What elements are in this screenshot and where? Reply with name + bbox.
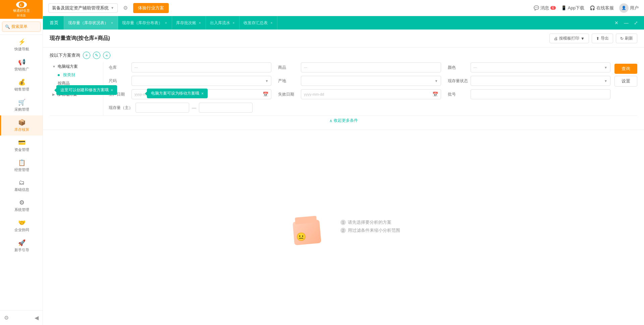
- tooltip2-close-button[interactable]: ×: [111, 88, 113, 93]
- sidebar-settings-button[interactable]: ⚙: [3, 313, 10, 322]
- sidebar-item-marketing[interactable]: 📢 营销推广: [0, 55, 43, 75]
- sidebar-item-finance[interactable]: 💳 资金管理: [0, 136, 43, 156]
- warehouse-select[interactable]: ···: [131, 62, 271, 72]
- user-item[interactable]: 👤 用户: [619, 3, 639, 13]
- scheme-item-by-category[interactable]: 按类别: [50, 71, 100, 79]
- tab-batch-ledger[interactable]: 库存批次账 ×: [172, 16, 206, 30]
- tab-close-recv-send-summary[interactable]: ×: [270, 21, 273, 25]
- sidebar-item-purchase[interactable]: 🛒 采购管理: [0, 95, 43, 115]
- goods-select[interactable]: ···: [301, 62, 441, 72]
- headset-icon: 🎧: [590, 5, 595, 10]
- sidebar-item-inventory[interactable]: 📦 库存核算: [0, 115, 43, 136]
- sidebar-item-label: 基础信息: [14, 187, 29, 192]
- query-button[interactable]: 查询: [614, 64, 637, 74]
- batch-no-input[interactable]: [471, 89, 610, 99]
- sidebar-item-enterprise[interactable]: 🤝 企业协同: [0, 216, 43, 236]
- filter-area: 按以下方案查询 + ✎ « 电脑方案可设为移动方案哦 × ▼ 电脑端方案: [43, 48, 644, 130]
- notification-label: 消息: [540, 5, 549, 11]
- color-select[interactable]: ··· ▼: [471, 62, 610, 72]
- tab-close-inventory-dist[interactable]: ×: [164, 21, 168, 25]
- scheme-panel: ▼ 电脑端方案 按类别 按商品 这里可以创建和修改方案哦 ×: [50, 62, 103, 115]
- sidebar-item-business[interactable]: 📋 经营管理: [0, 156, 43, 176]
- sidebar-item-guide[interactable]: 🚀 新手引导: [0, 236, 43, 256]
- filter-row-1: 仓库 ··· 商品 ···: [109, 62, 610, 72]
- sidebar-item-label: 销售管理: [14, 87, 29, 92]
- sidebar-item-label: 企业协同: [14, 227, 29, 232]
- tab-maximize-button[interactable]: ⤢: [632, 19, 640, 27]
- sidebar-item-label: 资金管理: [14, 147, 29, 152]
- tab-inventory-dist[interactable]: 现存量（库存分布表） ×: [118, 16, 172, 30]
- export-button[interactable]: ⬆ 导出: [592, 34, 613, 43]
- sidebar-item-label: 采购管理: [14, 107, 29, 112]
- stock-status-select[interactable]: ▼: [471, 76, 610, 86]
- inventory-icon: 📦: [18, 119, 25, 126]
- quick-nav-icon: ⚡: [18, 38, 25, 46]
- tab-inventory-status[interactable]: 现存量（库存状况表） ×: [64, 16, 118, 30]
- tab-minimize-button[interactable]: —: [622, 19, 631, 27]
- filter-row-4: 现存量（主） —: [109, 103, 610, 113]
- sidebar-collapse-button[interactable]: ◀: [33, 313, 40, 322]
- sidebar-item-system[interactable]: ⚙ 系统管理: [0, 196, 43, 216]
- refresh-button[interactable]: ↻ 刷新: [616, 34, 637, 43]
- collapse-arrow-icon: ▼: [52, 65, 56, 68]
- sidebar-item-sales[interactable]: 💰 销售管理: [0, 75, 43, 95]
- chevron-down-icon: ▼: [111, 6, 114, 10]
- tooltip-text: 电脑方案可设为移动方案哦: [151, 91, 199, 96]
- sales-icon: 💰: [18, 78, 25, 86]
- tab-close-all-button[interactable]: ✕: [612, 19, 621, 27]
- size-select[interactable]: ▼: [131, 76, 271, 86]
- content-area: 现存量查询(按仓库+商品) 🖨 按模板打印 ▼ ⬆ 导出 ↻ 刷新: [43, 30, 644, 325]
- sidebar: 6 畅通好生意 标准版 🔍 搜索菜单 ⚡ 快捷导航 📢 营销推广 💰 销售管理 …: [0, 0, 43, 325]
- expiry-date-placeholder: yyyy-mm-dd: [304, 92, 324, 96]
- chevron-down-icon: ▼: [581, 36, 585, 41]
- online-support-item[interactable]: 🎧 在线客服: [590, 5, 614, 11]
- tab-recv-send-summary[interactable]: 收发存汇总表 ×: [239, 16, 277, 30]
- back-scheme-button[interactable]: «: [103, 52, 110, 59]
- sidebar-item-label: 营销推广: [14, 67, 29, 72]
- page-actions: 🖨 按模板打印 ▼ ⬆ 导出 ↻ 刷新: [549, 34, 637, 43]
- phone-icon: 📱: [561, 5, 567, 10]
- print-button[interactable]: 🖨 按模板打印 ▼: [549, 34, 589, 43]
- origin-select[interactable]: ▼: [301, 76, 441, 86]
- origin-label: 产地: [278, 78, 298, 84]
- size-select-arrow-icon: ▼: [265, 79, 268, 83]
- query-settings-button[interactable]: 设置: [614, 76, 637, 87]
- sidebar-item-quick-nav[interactable]: ⚡ 快捷导航: [0, 35, 43, 55]
- sidebar-item-basic-info[interactable]: 🗂 基础信息: [0, 176, 43, 196]
- filter-origin: 产地 ▼: [278, 76, 441, 86]
- business-icon: 📋: [18, 159, 25, 166]
- search-icon: 🔍: [5, 24, 10, 29]
- tooltip1-close-button[interactable]: ×: [201, 91, 204, 96]
- logo-badge: 标准版: [17, 13, 26, 18]
- add-scheme-button[interactable]: +: [83, 52, 90, 59]
- stock-main-label: 现存量（主）: [109, 105, 133, 111]
- collapse-button[interactable]: ∧ 收起更多条件: [329, 118, 358, 123]
- avatar: 👤: [619, 3, 629, 13]
- message-icon: 💬: [534, 5, 539, 10]
- search-menu-button[interactable]: 🔍 搜索菜单: [2, 21, 41, 32]
- tooltip-create-scheme: 这里可以创建和修改方案哦 ×: [56, 85, 117, 95]
- warehouse-label: 仓库: [109, 65, 129, 70]
- empty-tip-2: 2 用过滤条件来缩小分析范围: [340, 227, 400, 233]
- tab-close-in-out-flow[interactable]: ×: [232, 21, 235, 25]
- settings-button[interactable]: ⚙: [122, 3, 129, 12]
- page-title: 现存量查询(按仓库+商品): [50, 35, 110, 42]
- enterprise-icon: 🤝: [18, 219, 25, 226]
- expand-arrow-icon: ▶: [52, 93, 55, 96]
- expiry-date-input[interactable]: yyyy-mm-dd 📅: [301, 89, 441, 99]
- edit-scheme-button[interactable]: ✎: [93, 52, 100, 59]
- stock-main-to-input[interactable]: [199, 103, 253, 113]
- tab-home[interactable]: 首页: [44, 16, 64, 30]
- tab-bar: 首页 现存量（库存状况表） × 现存量（库存分布表） × 库存批次账 × 出入库…: [43, 16, 644, 30]
- tab-close-inventory-status[interactable]: ×: [110, 21, 114, 25]
- app-selector[interactable]: 装备及固定资产辅助管理系统 ▼: [48, 3, 118, 13]
- experience-button[interactable]: 体验行业方案: [133, 3, 169, 13]
- empty-illustration: 😐: [287, 207, 327, 248]
- main-content: 装备及固定资产辅助管理系统 ▼ ⚙ 体验行业方案 💬 消息 6 📱 App下载 …: [43, 0, 644, 325]
- page-header: 现存量查询(按仓库+商品) 🖨 按模板打印 ▼ ⬆ 导出 ↻ 刷新: [43, 30, 644, 48]
- app-download-item[interactable]: 📱 App下载: [561, 5, 584, 11]
- tab-close-batch-ledger[interactable]: ×: [198, 21, 202, 25]
- notification-item[interactable]: 💬 消息 6: [534, 5, 556, 11]
- stock-main-from-input[interactable]: [136, 103, 189, 113]
- tab-in-out-flow[interactable]: 出入库流水 ×: [206, 16, 240, 30]
